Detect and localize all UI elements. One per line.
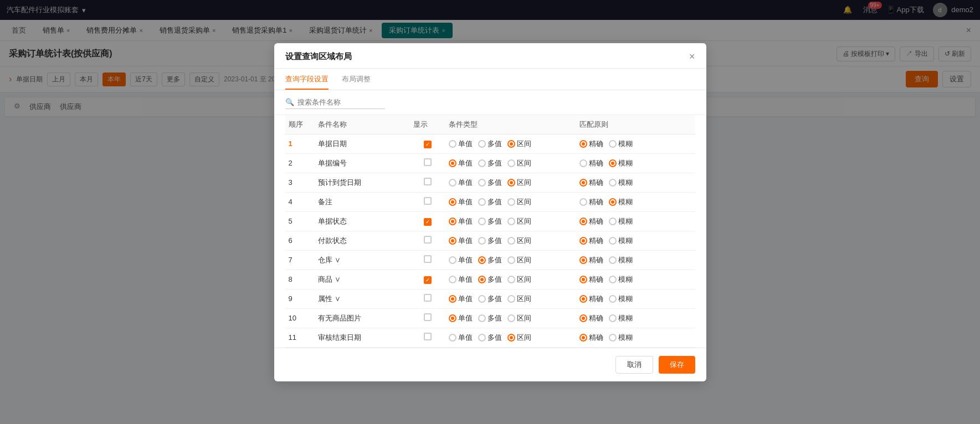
search-box: 🔍 [285,96,385,109]
modal-tabs: 查询字段设置 布局调整 [274,69,706,90]
modal-search-area: 🔍 [274,90,706,115]
th-order: 顺序 [285,115,315,122]
modal-tab-layout[interactable]: 布局调整 [342,69,371,90]
th-name: 条件名称 [315,115,410,122]
th-show: 显示 [410,115,445,122]
conditions-table: 顺序 条件名称 显示 条件类型 匹配原则 1单据日期单值多值区间精确模糊2单据编… [285,115,695,122]
th-type: 条件类型 [445,115,576,122]
search-icon: 🔍 [285,98,294,106]
modal-header: 设置查询区域布局 × [274,43,706,69]
modal-body: 顺序 条件名称 显示 条件类型 匹配原则 1单据日期单值多值区间精确模糊2单据编… [274,115,706,122]
th-rule: 匹配原则 [576,115,695,122]
search-input[interactable] [297,98,375,106]
modal-tab-query-settings[interactable]: 查询字段设置 [285,69,329,90]
modal-close-button[interactable]: × [689,51,695,63]
modal-title: 设置查询区域布局 [285,51,352,62]
modal-overlay: 设置查询区域布局 × 查询字段设置 布局调整 🔍 顺序 [0,0,980,122]
modal-dialog: 设置查询区域布局 × 查询字段设置 布局调整 🔍 顺序 [274,43,706,122]
